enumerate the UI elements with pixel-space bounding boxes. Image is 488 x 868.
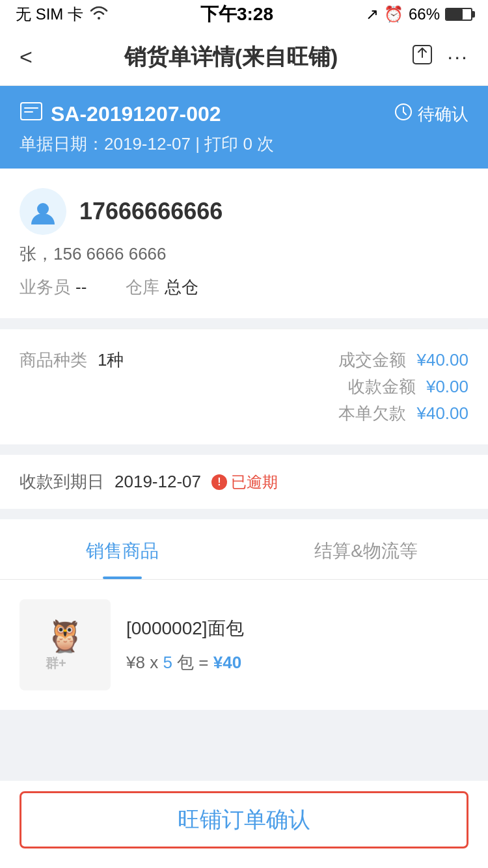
tab-settlement[interactable]: 结算&物流等 (244, 519, 488, 579)
warehouse-value: 总仓 (165, 276, 198, 299)
balance-label: 本单欠款 (338, 402, 406, 425)
warehouse-field: 仓库 总仓 (126, 276, 198, 299)
product-total: ¥40 (213, 653, 241, 672)
tab-products[interactable]: 销售商品 (0, 519, 244, 579)
battery-icon (445, 8, 472, 21)
tab-bar: 销售商品 结算&物流等 (0, 519, 488, 580)
payment-row: 收款金额 ¥0.00 (348, 375, 468, 398)
order-icon (20, 102, 43, 126)
overdue-badge: ! 已逾期 (211, 472, 278, 493)
tabs-section: 销售商品 结算&物流等 (0, 519, 488, 580)
back-button[interactable]: < (20, 44, 59, 70)
order-date: 单据日期：2019-12-07 | 打印 0 次 (20, 133, 468, 156)
clock-icon (394, 103, 413, 126)
wifi-icon (90, 5, 108, 23)
due-date-value: 2019-12-07 (115, 472, 201, 492)
product-logo-text: 群+ (46, 655, 85, 672)
nav-bar: < 销货单详情(来自旺铺) ··· (0, 29, 488, 86)
transaction-row: 成交金额 ¥40.00 (338, 349, 468, 372)
payment-label: 收款金额 (348, 375, 416, 398)
status-left: 无 SIM 卡 (16, 4, 108, 25)
product-quantity: 5 (163, 653, 172, 672)
order-id: SA-20191207-002 (20, 102, 221, 126)
overdue-text: 已逾期 (231, 472, 278, 493)
transaction-value: ¥40.00 (416, 350, 468, 370)
svg-point-3 (37, 203, 49, 215)
nav-actions: ··· (403, 43, 468, 71)
payment-value: ¥0.00 (426, 377, 468, 397)
battery-text: 66% (409, 5, 440, 23)
order-header: SA-20191207-002 待确认 单据日期：2019-12-07 | 打印… (0, 86, 488, 169)
status-text: 待确认 (418, 103, 468, 126)
page-title: 销货单详情(来自旺铺) (59, 42, 403, 72)
overdue-icon: ! (211, 474, 227, 490)
share-icon[interactable] (411, 43, 434, 71)
confirm-order-button[interactable]: 旺铺订单确认 (20, 791, 468, 848)
alarm-icon: ⏰ (384, 5, 403, 23)
product-info: [0000002]面包 ¥8 x 5 包 = ¥40 (126, 616, 468, 674)
location-icon: ↗ (366, 5, 379, 23)
equals-sign: = (198, 653, 213, 672)
multiply-sign: x (150, 653, 163, 672)
more-options-icon[interactable]: ··· (447, 45, 468, 69)
warehouse-label: 仓库 (126, 276, 159, 299)
product-section: 🦉 群+ [0000002]面包 ¥8 x 5 包 = ¥40 (0, 580, 488, 710)
salesperson-value: -- (75, 277, 87, 297)
salesperson-field: 业务员 -- (20, 276, 87, 299)
customer-section: 17666666666 张，156 6666 6666 业务员 -- 仓库 总仓 (0, 169, 488, 318)
order-status: 待确认 (394, 103, 468, 126)
customer-meta: 业务员 -- 仓库 总仓 (20, 276, 468, 299)
status-bar: 无 SIM 卡 下午3:28 ↗ ⏰ 66% (0, 0, 488, 29)
summary-left: 商品种类 1种 (20, 349, 124, 372)
status-right: ↗ ⏰ 66% (366, 5, 472, 23)
product-name: [0000002]面包 (126, 616, 468, 641)
transaction-label: 成交金额 (338, 349, 406, 372)
customer-avatar (20, 188, 66, 235)
summary-right: 成交金额 ¥40.00 收款金额 ¥0.00 本单欠款 ¥40.00 (338, 349, 468, 425)
summary-section: 商品种类 1种 成交金额 ¥40.00 收款金额 ¥0.00 本单欠款 ¥40.… (0, 329, 488, 444)
carrier-text: 无 SIM 卡 (16, 4, 83, 25)
balance-row: 本单欠款 ¥40.00 (338, 402, 468, 425)
customer-phone: 17666666666 (79, 198, 223, 225)
customer-name: 张，156 6666 6666 (20, 243, 468, 265)
category-label: 商品种类 (20, 349, 87, 372)
balance-value: ¥40.00 (416, 403, 468, 424)
unit-price: ¥8 (126, 653, 145, 672)
salesperson-label: 业务员 (20, 276, 70, 299)
product-thumbnail: 🦉 群+ (20, 599, 111, 690)
due-date-section: 收款到期日 2019-12-07 ! 已逾期 (0, 455, 488, 509)
status-time: 下午3:28 (200, 2, 273, 27)
product-item: 🦉 群+ [0000002]面包 ¥8 x 5 包 = ¥40 (20, 599, 468, 690)
product-logo-icon: 🦉 (46, 618, 85, 655)
product-unit: 包 (177, 653, 194, 672)
bottom-bar: 旺铺订单确认 (0, 781, 488, 868)
category-value: 1种 (98, 349, 124, 372)
due-date-label: 收款到期日 (20, 470, 104, 493)
product-price: ¥8 x 5 包 = ¥40 (126, 651, 468, 674)
